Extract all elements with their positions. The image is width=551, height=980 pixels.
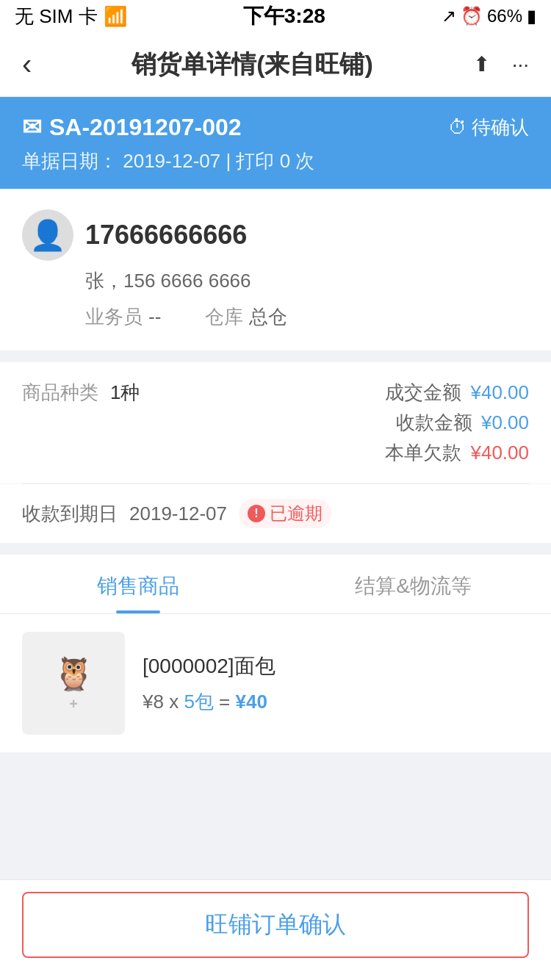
amount-row: 成交金额 ¥40.00 xyxy=(385,380,529,406)
share-icon[interactable]: ⬆ xyxy=(473,52,490,76)
status-clock-icon: ⏱ xyxy=(448,116,467,139)
no-sim-text: 无 SIM 卡 xyxy=(15,4,98,29)
tab-settlement[interactable]: 结算&物流等 xyxy=(276,555,551,613)
more-icon[interactable]: ··· xyxy=(512,53,529,76)
product-total: ¥40 xyxy=(236,691,267,713)
page-title: 销货单详情(来自旺铺) xyxy=(132,48,373,82)
product-name: [0000002]面包 xyxy=(143,652,529,680)
order-id-icon: ✉ xyxy=(22,113,42,141)
salesperson-label: 业务员 xyxy=(85,304,143,330)
summary-card: 商品种类 1种 成交金额 ¥40.00 收款金额 ¥0.00 本单欠款 ¥40.… xyxy=(0,362,551,483)
amount-value: ¥40.00 xyxy=(470,381,529,404)
product-price: ¥8 xyxy=(143,691,164,713)
product-type-value: 1种 xyxy=(110,380,140,406)
order-id: ✉ SA-20191207-002 xyxy=(22,113,242,141)
nav-bar: ‹ 销货单详情(来自旺铺) ⬆ ··· xyxy=(0,32,551,97)
product-plus-text: + xyxy=(69,696,78,713)
status-right: ↗ ⏰ 66% ▮ xyxy=(442,6,536,26)
product-card: 🦉 + [0000002]面包 ¥8 x 5包 = ¥40 xyxy=(0,614,551,752)
overdue-text: 已逾期 xyxy=(270,502,323,525)
tab-settlement-label: 结算&物流等 xyxy=(355,574,472,597)
summary-right: 成交金额 ¥40.00 收款金额 ¥0.00 本单欠款 ¥40.00 xyxy=(385,380,529,466)
customer-meta: 业务员 -- 仓库 总仓 xyxy=(85,304,529,330)
summary-row: 商品种类 1种 成交金额 ¥40.00 收款金额 ¥0.00 本单欠款 ¥40.… xyxy=(22,380,529,466)
tab-sales-products[interactable]: 销售商品 xyxy=(0,555,276,613)
back-button[interactable]: ‹ xyxy=(22,48,32,81)
payment-row: 收款金额 ¥0.00 xyxy=(396,410,529,436)
tabs-bar: 销售商品 结算&物流等 xyxy=(0,555,551,614)
payment-label: 收款金额 xyxy=(396,410,472,436)
product-price-row: ¥8 x 5包 = ¥40 xyxy=(143,689,529,715)
status-left: 无 SIM 卡 📶 xyxy=(15,4,127,29)
salesperson-value: -- xyxy=(148,306,161,328)
wifi-icon: 📶 xyxy=(104,5,127,28)
alarm-icon: ⏰ xyxy=(461,6,483,26)
product-image: 🦉 + xyxy=(22,632,125,735)
battery-text: 66% xyxy=(487,6,522,26)
date-label: 单据日期： xyxy=(22,150,118,172)
customer-name: 张，156 6666 6666 xyxy=(85,268,529,294)
tab-sales-label: 销售商品 xyxy=(97,574,179,597)
nav-actions: ⬆ ··· xyxy=(473,52,529,76)
product-info: [0000002]面包 ¥8 x 5包 = ¥40 xyxy=(143,652,529,715)
print-info: | 打印 0 次 xyxy=(226,150,314,172)
avatar: 👤 xyxy=(22,209,73,261)
order-id-text: SA-20191207-002 xyxy=(49,114,242,141)
bottom-bar: 旺铺订单确认 xyxy=(0,879,551,980)
divider-1 xyxy=(0,350,551,362)
payment-value: ¥0.00 xyxy=(481,411,529,434)
status-time: 下午3:28 xyxy=(243,2,325,30)
overdue-icon: ! xyxy=(248,505,265,522)
debt-row: 本单欠款 ¥40.00 xyxy=(385,440,529,466)
summary-left: 商品种类 1种 xyxy=(22,380,140,406)
warehouse-label: 仓库 xyxy=(205,304,243,330)
salesperson-item: 业务员 -- xyxy=(85,304,161,330)
date-value: 2019-12-07 xyxy=(123,150,220,172)
product-image-inner: 🦉 + xyxy=(54,655,94,713)
confirm-order-button[interactable]: 旺铺订单确认 xyxy=(22,892,529,958)
confirm-button-label: 旺铺订单确认 xyxy=(205,909,346,941)
customer-card: 👤 17666666666 张，156 6666 6666 业务员 -- 仓库 … xyxy=(0,189,551,350)
customer-row: 👤 17666666666 xyxy=(22,209,529,261)
product-equals-sign: = xyxy=(219,691,230,713)
product-x: x xyxy=(169,691,179,713)
order-header: ✉ SA-20191207-002 ⏱ 待确认 单据日期： 2019-12-07… xyxy=(0,97,551,189)
customer-phone: 17666666666 xyxy=(85,220,247,251)
due-date-card: 收款到期日 2019-12-07 ! 已逾期 xyxy=(0,484,551,543)
location-icon: ↗ xyxy=(442,6,456,26)
due-date-label: 收款到期日 xyxy=(22,501,118,527)
status-bar: 无 SIM 卡 📶 下午3:28 ↗ ⏰ 66% ▮ xyxy=(0,0,551,32)
battery-icon: ▮ xyxy=(527,6,536,26)
order-id-row: ✉ SA-20191207-002 ⏱ 待确认 xyxy=(22,113,529,141)
debt-value: ¥40.00 xyxy=(470,442,529,464)
warehouse-value: 总仓 xyxy=(249,304,287,330)
product-type-label: 商品种类 xyxy=(22,380,98,406)
status-text: 待确认 xyxy=(472,115,529,140)
avatar-icon: 👤 xyxy=(29,218,66,253)
product-owl-icon: 🦉 xyxy=(54,655,94,693)
order-status: ⏱ 待确认 xyxy=(448,115,529,140)
due-date-value: 2019-12-07 xyxy=(129,502,227,525)
product-quantity: 5包 xyxy=(184,691,213,713)
divider-2 xyxy=(0,543,551,555)
overdue-badge: ! 已逾期 xyxy=(239,499,331,528)
amount-label: 成交金额 xyxy=(385,380,461,406)
debt-label: 本单欠款 xyxy=(385,440,461,466)
order-date: 单据日期： 2019-12-07 | 打印 0 次 xyxy=(22,148,529,174)
warehouse-item: 仓库 总仓 xyxy=(205,304,287,330)
